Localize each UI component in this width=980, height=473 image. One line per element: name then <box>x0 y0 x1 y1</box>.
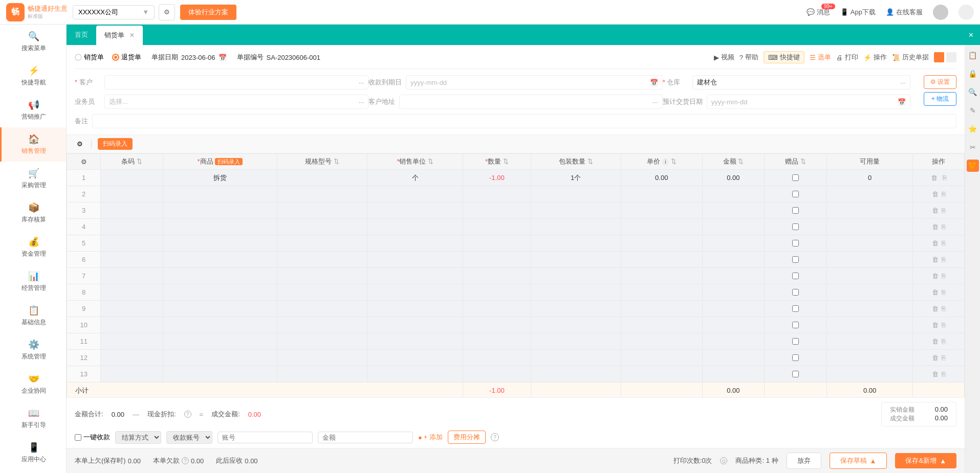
cell-pkg-qty[interactable] <box>531 268 621 284</box>
cell-spec[interactable] <box>277 268 367 284</box>
cell-amount[interactable] <box>702 202 765 219</box>
cell-price[interactable] <box>621 350 702 366</box>
copy-icon[interactable]: ⎘ <box>942 272 946 280</box>
copy-icon[interactable]: ⎘ <box>942 370 946 378</box>
select-btn[interactable]: ☰ 选单 <box>810 53 831 62</box>
goods-type-circle-icon[interactable]: ⊙ <box>720 457 727 464</box>
delete-icon[interactable]: 🗑 <box>932 256 939 263</box>
sidebar-item-newguide[interactable]: 📖 新手引导 <box>0 401 66 436</box>
cell-barcode[interactable] <box>101 350 163 366</box>
copy-icon[interactable]: ⎘ <box>942 256 946 263</box>
cell-pkg-qty[interactable] <box>531 317 621 333</box>
customer-address-input[interactable]: ··· <box>399 95 662 109</box>
th-spec[interactable]: 规格型号 ⇅ <box>277 154 367 170</box>
cell-pkg-qty[interactable] <box>531 366 621 382</box>
cell-gift[interactable] <box>765 235 827 252</box>
delete-icon[interactable]: 🗑 <box>932 337 939 345</box>
salesman-dots-icon[interactable]: ··· <box>358 98 364 106</box>
warehouse-dots-icon[interactable]: ··· <box>900 79 906 86</box>
calendar-icon[interactable]: 📅 <box>219 54 227 61</box>
tab-close-btn[interactable]: ✕ <box>968 31 974 39</box>
cell-unit[interactable]: 个 <box>367 170 463 186</box>
cell-product[interactable] <box>163 186 277 202</box>
sidebar-item-sales[interactable]: 🏠 销售管理 <box>0 127 66 162</box>
cell-spec[interactable] <box>277 366 367 382</box>
history-btn[interactable]: 📜 历史单据 <box>892 53 929 62</box>
cell-spec[interactable] <box>277 333 367 350</box>
help-circle-icon[interactable]: ? <box>184 411 191 418</box>
grid-view-btn[interactable] <box>946 52 956 62</box>
trial-button[interactable]: 体验行业方案 <box>180 5 236 20</box>
panel-icon-2[interactable]: 🔒 <box>967 67 979 80</box>
cell-product[interactable] <box>163 366 277 382</box>
cell-spec[interactable] <box>277 284 367 301</box>
calc-method-select[interactable]: 结算方式 <box>115 431 161 444</box>
delete-icon[interactable]: 🗑 <box>932 354 939 362</box>
cell-barcode[interactable] <box>101 284 163 301</box>
sidebar-item-finance[interactable]: 💰 资金管理 <box>0 230 66 264</box>
cell-amount[interactable]: 0.00 <box>702 170 765 186</box>
avatar[interactable] <box>933 5 948 20</box>
bill-no-value[interactable]: SA-20230606-001 <box>267 54 321 61</box>
cell-product[interactable]: 拆货 <box>163 170 277 186</box>
cell-amount[interactable] <box>702 268 765 284</box>
cell-pkg-qty[interactable] <box>531 186 621 202</box>
panel-icon-6[interactable]: ✂ <box>967 141 979 153</box>
cell-price[interactable] <box>621 284 702 301</box>
amount-input[interactable] <box>217 432 313 443</box>
panel-icon-4[interactable]: ✎ <box>967 104 979 117</box>
panel-icon-3[interactable]: 🔍 <box>967 86 979 98</box>
cell-qty[interactable] <box>463 202 531 219</box>
cell-barcode[interactable] <box>101 366 163 382</box>
cell-unit[interactable] <box>367 202 463 219</box>
cell-gift[interactable] <box>765 317 827 333</box>
cell-qty[interactable] <box>463 301 531 317</box>
panel-icon-1[interactable]: 📋 <box>967 49 979 61</box>
cell-unit[interactable] <box>367 186 463 202</box>
copy-icon[interactable]: ⎘ <box>943 174 947 182</box>
tab-sales-order[interactable]: 销货单 ✕ <box>96 26 143 45</box>
cell-amount[interactable] <box>702 301 765 317</box>
copy-icon[interactable]: ⎘ <box>942 337 946 345</box>
cell-qty[interactable]: -1.00 <box>463 170 531 186</box>
expense-btn[interactable]: 费用分摊 <box>448 431 486 444</box>
cell-qty[interactable] <box>463 333 531 350</box>
cell-qty[interactable] <box>463 350 531 366</box>
cell-barcode[interactable] <box>101 186 163 202</box>
cell-spec[interactable] <box>277 252 367 268</box>
cell-amount[interactable] <box>702 186 765 202</box>
cell-amount[interactable] <box>702 366 765 382</box>
gift-checkbox[interactable] <box>792 174 799 181</box>
cell-barcode[interactable] <box>101 235 163 252</box>
date-value[interactable]: 2023-06-06 <box>181 54 215 61</box>
cell-pkg-qty[interactable] <box>531 235 621 252</box>
online-service-btn[interactable]: 👤 在线客服 <box>886 8 923 17</box>
cell-barcode[interactable] <box>101 219 163 235</box>
cell-spec[interactable] <box>277 350 367 366</box>
shortcut-btn[interactable]: ⌨ 快捷键 <box>764 51 804 63</box>
cell-product[interactable] <box>163 268 277 284</box>
delete-icon[interactable]: 🗑 <box>931 174 938 182</box>
settings-btn[interactable]: ⚙ 设置 <box>924 75 956 89</box>
copy-icon[interactable]: ⎘ <box>942 354 946 362</box>
th-amount[interactable]: 金额 ⇅ <box>702 154 765 170</box>
company-selector[interactable]: XXXXXX公司 ▼ <box>73 5 155 19</box>
settings-icon[interactable]: ⚙ <box>159 4 175 20</box>
cell-product[interactable] <box>163 235 277 252</box>
payment-date-input[interactable]: yyyy-mm-dd 📅 <box>406 75 662 89</box>
cell-unit[interactable] <box>367 268 463 284</box>
tab-home[interactable]: 首页 <box>67 25 96 45</box>
copy-icon[interactable]: ⎘ <box>942 288 946 296</box>
copy-icon[interactable]: ⎘ <box>942 223 946 231</box>
warehouse-input[interactable]: 建材仓 ··· <box>692 75 910 89</box>
total-owe-help-icon[interactable]: ? <box>182 457 189 464</box>
copy-icon[interactable]: ⎘ <box>942 305 946 312</box>
customer-dots-icon[interactable]: ··· <box>358 79 364 86</box>
radio-return[interactable]: 退货单 <box>112 53 141 62</box>
cell-price[interactable] <box>621 202 702 219</box>
payment-checkbox[interactable]: 一键收款 <box>75 433 110 442</box>
cell-unit[interactable] <box>367 333 463 350</box>
cell-price[interactable]: 0.00 <box>621 170 702 186</box>
list-view-btn[interactable] <box>934 52 944 62</box>
th-gift[interactable]: 赠品 ⇅ <box>765 154 827 170</box>
